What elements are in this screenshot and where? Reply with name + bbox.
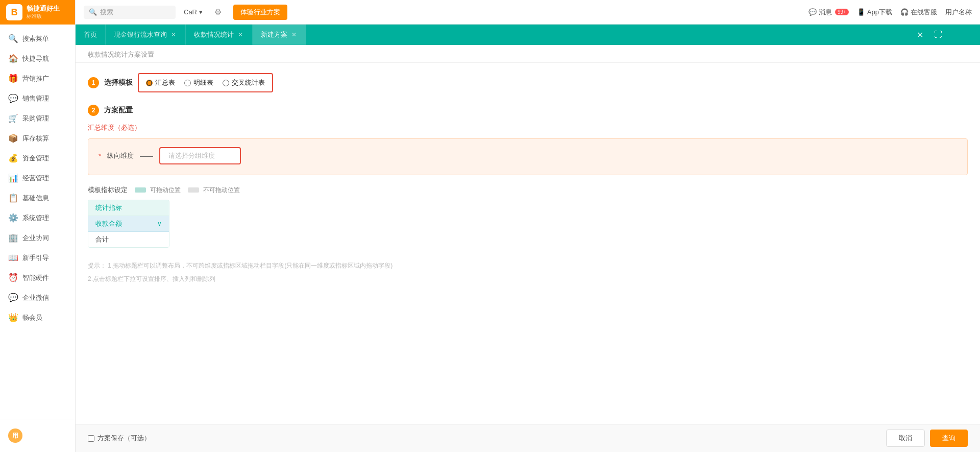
config-dim-label: 汇总维度（必选） [88, 123, 968, 132]
sidebar-nav: 🔍 搜索菜单 🏠 快捷导航 🎁 营销推广 💬 销售管理 🛒 采购管理 [0, 25, 75, 419]
radio-cross-input[interactable] [223, 80, 229, 86]
tab-collection-stats-close[interactable]: ✕ [237, 31, 244, 38]
sidebar-item-member[interactable]: 👑 畅会员 [0, 307, 75, 327]
sidebar-item-label-enterprise: 企业协同 [22, 233, 49, 243]
tab-bank-flow-label: 现金银行流水查询 [114, 30, 167, 39]
topbar-right: 💬 消息 99+ 📱 App下载 🎧 在线客服 用户名称 [808, 8, 972, 17]
radio-detail[interactable]: 明细表 [184, 78, 213, 87]
step1-section: 1 选择模板 汇总表 明细表 [88, 73, 968, 92]
tab-new-plan-label: 新建方案 [261, 30, 287, 39]
tab-bank-flow[interactable]: 现金银行流水查询 ✕ [106, 25, 186, 45]
sidebar-avatar[interactable]: 用 [0, 423, 75, 448]
step2-num: 2 [88, 105, 99, 116]
chevron-down-icon: ▾ [199, 8, 203, 16]
dim-select-box[interactable]: 请选择分组维度 [159, 147, 241, 164]
search-bar[interactable]: 🔍 搜索 [84, 6, 176, 19]
dim-required-star: * [99, 152, 101, 160]
sidebar-item-basic-info[interactable]: 📋 基础信息 [0, 188, 75, 208]
radio-cross[interactable]: 交叉统计表 [223, 78, 265, 87]
settings-button[interactable]: ⚙ [211, 5, 225, 19]
sidebar-item-guide[interactable]: 📖 新手引导 [0, 248, 75, 268]
trial-button[interactable]: 体验行业方案 [233, 5, 287, 20]
service-icon: 🎧 [900, 8, 909, 16]
sidebar-item-operation[interactable]: 📊 经营管理 [0, 168, 75, 188]
sidebar-item-label-inventory: 库存核算 [22, 134, 49, 143]
sidebar-item-quick-nav[interactable]: 🏠 快捷导航 [0, 49, 75, 68]
row-label: 合计 [95, 235, 109, 243]
sidebar-item-label-marketing: 营销推广 [22, 74, 49, 83]
indicator-col-header[interactable]: 收款金额 ∨ [88, 216, 169, 232]
sidebar-item-smart-hw[interactable]: ⏰ 智能硬件 [0, 268, 75, 288]
cancel-button[interactable]: 取消 [886, 430, 925, 447]
sidebar-item-inventory[interactable]: 📦 库存核算 [0, 128, 75, 148]
col-dropdown-icon[interactable]: ∨ [157, 220, 162, 227]
system-icon: ⚙️ [8, 213, 18, 223]
online-service-button[interactable]: 🎧 在线客服 [900, 8, 937, 17]
step2-title: 方案配置 [104, 106, 133, 115]
sidebar-item-search-menu[interactable]: 🔍 搜索菜单 [0, 29, 75, 49]
guide-icon: 📖 [8, 253, 18, 263]
page-inner: 收款情况统计方案设置 1 选择模板 汇总表 [76, 45, 980, 452]
tab-close-all-button[interactable]: ✕ [913, 28, 927, 42]
save-checkbox[interactable] [88, 435, 94, 442]
query-button[interactable]: 查询 [930, 430, 968, 447]
radio-summary-input[interactable] [146, 80, 153, 86]
radio-detail-input[interactable] [184, 80, 191, 86]
indicator-table-row: 合计 [88, 232, 169, 247]
operation-icon: 📊 [8, 173, 18, 183]
sidebar-item-label-purchase: 采购管理 [22, 114, 49, 123]
step1-title: 选择模板 [104, 78, 133, 87]
user-name[interactable]: 用户名称 [945, 8, 972, 17]
form-area: 1 选择模板 汇总表 明细表 [76, 63, 980, 424]
indicator-legend-nodrag: 不可拖动位置 [188, 186, 240, 195]
drag-legend-label: 可拖动位置 [150, 186, 181, 195]
tab-new-plan-close[interactable]: ✕ [290, 31, 298, 38]
page-wrapper: 收款情况统计方案设置 1 选择模板 汇总表 [76, 45, 980, 452]
sales-icon: 💬 [8, 93, 18, 103]
message-badge: 99+ [835, 9, 849, 15]
tab-fullscreen-button[interactable]: ⛶ [931, 28, 945, 42]
sidebar-item-enterprise[interactable]: 🏢 企业协同 [0, 228, 75, 248]
inventory-icon: 📦 [8, 133, 18, 143]
sidebar-item-purchase[interactable]: 🛒 采购管理 [0, 108, 75, 128]
radio-summary[interactable]: 汇总表 [146, 78, 175, 87]
sidebar-item-label-quick-nav: 快捷导航 [22, 54, 49, 63]
sidebar-item-capital[interactable]: 💰 资金管理 [0, 148, 75, 168]
topbar-dropdown[interactable]: CaR ▾ [184, 8, 203, 16]
sidebar-item-marketing[interactable]: 🎁 营销推广 [0, 68, 75, 88]
radio-summary-label: 汇总表 [155, 78, 175, 87]
search-icon: 🔍 [89, 8, 97, 16]
tab-home-label: 首页 [84, 30, 97, 39]
logo-text: 畅捷通好生 标准版 [27, 5, 60, 20]
tab-home[interactable]: 首页 [76, 25, 106, 45]
sidebar-item-wechat[interactable]: 💬 企业微信 [0, 288, 75, 307]
avatar-icon: 用 [8, 429, 22, 443]
sidebar-item-sales[interactable]: 💬 销售管理 [0, 88, 75, 108]
tab-bank-flow-close[interactable]: ✕ [170, 31, 177, 38]
dim-select-placeholder: 请选择分组维度 [168, 151, 215, 160]
basic-info-icon: 📋 [8, 193, 18, 203]
logo-icon: B [6, 4, 22, 20]
step2-section: 2 方案配置 汇总维度（必选） * 纵向维度 —— 请选择分组维度 [88, 105, 968, 285]
sidebar-item-label-sales: 销售管理 [22, 94, 49, 103]
message-button[interactable]: 💬 消息 99+ [808, 8, 849, 17]
vertical-dim-label: 纵向维度 [107, 151, 134, 160]
search-placeholder: 搜索 [100, 8, 113, 17]
tab-collection-stats-label: 收款情况统计 [194, 30, 234, 39]
indicator-table: 统计指标 收款金额 ∨ 合计 [88, 200, 169, 248]
sidebar-item-label-operation: 经营管理 [22, 174, 49, 183]
tab-new-plan[interactable]: 新建方案 ✕ [253, 25, 306, 45]
template-radio-group: 汇总表 明细表 交叉统计表 [146, 78, 265, 87]
no-drag-legend-icon [188, 187, 199, 193]
capital-icon: 💰 [8, 153, 18, 163]
app-download-button[interactable]: 📱 App下载 [857, 8, 892, 17]
sidebar: B 畅捷通好生 标准版 🔍 搜索菜单 🏠 快捷导航 🎁 营销推广 💬 销售管理 [0, 0, 76, 452]
enterprise-icon: 🏢 [8, 233, 18, 243]
step1-num: 1 [88, 77, 99, 88]
smart-hw-icon: ⏰ [8, 273, 18, 282]
sidebar-item-label-capital: 资金管理 [22, 154, 49, 163]
sidebar-item-system[interactable]: ⚙️ 系统管理 [0, 208, 75, 228]
breadcrumb: 收款情况统计方案设置 [76, 45, 980, 63]
tab-collection-stats[interactable]: 收款情况统计 ✕ [186, 25, 253, 45]
message-icon: 💬 [808, 8, 817, 16]
